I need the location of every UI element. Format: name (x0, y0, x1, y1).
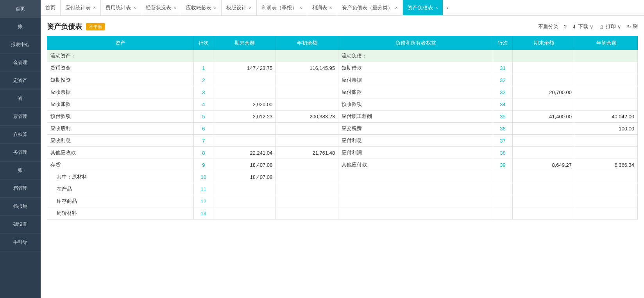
right-period-end (513, 195, 575, 207)
left-row-num: 7 (194, 135, 213, 147)
table-row[interactable]: 应收票据 3 应付账款 33 20,700.00 (47, 86, 638, 98)
left-row-num: 1 (194, 62, 213, 74)
tab-biz-stat[interactable]: 经营状况表 × (141, 0, 181, 16)
table-row[interactable]: 短期投资 2 应付票据 32 (47, 74, 638, 86)
sidebar-item-archive[interactable]: 档管理 (0, 180, 41, 198)
close-tab-expense-stat[interactable]: × (133, 5, 136, 11)
tab-profit[interactable]: 利润表 × (307, 0, 337, 16)
tab-profit-q[interactable]: 利润表（季报） × (257, 0, 307, 16)
col-header-asset: 资产 (47, 36, 194, 50)
right-label: 短期借款 (338, 62, 493, 74)
right-period-end (513, 135, 575, 147)
close-tab-template[interactable]: × (249, 5, 252, 11)
table-row[interactable]: 应收账款 4 2,920.00 预收款项 34 (47, 98, 638, 111)
close-tab-biz-stat[interactable]: × (174, 5, 176, 11)
download-button[interactable]: ⬇ 下载 ∨ (572, 23, 594, 30)
left-row-num: 11 (194, 183, 213, 195)
right-label (338, 207, 493, 219)
sidebar-item-fixed-assets[interactable]: 定资产 (0, 72, 41, 90)
right-label: 应交税费 (338, 123, 493, 135)
table-row[interactable]: 应收股利 6 应交税费 36 100.00 (47, 123, 638, 135)
close-tab-profit[interactable]: × (329, 5, 332, 11)
right-year-start (575, 74, 638, 86)
left-label: 应收票据 (47, 86, 194, 98)
right-row-num: 36 (493, 123, 513, 135)
sidebar-item-account[interactable]: 账 (0, 18, 41, 36)
sidebar-item-ledger[interactable]: 账 (0, 162, 41, 180)
right-period-end (513, 62, 575, 74)
tab-bs[interactable]: 资产负债表 × (403, 0, 443, 16)
left-year-start (276, 135, 338, 147)
table-row[interactable]: 周转材料 13 (47, 207, 638, 219)
close-tab-ar-aging[interactable]: × (214, 5, 216, 11)
refresh-button[interactable]: ↻ 刷 (627, 23, 638, 30)
sidebar-item-basic-settings[interactable]: 础设置 (0, 216, 41, 234)
left-label: 在产品 (47, 183, 194, 195)
left-label: 预付款项 (47, 111, 194, 123)
tab-ar-aging[interactable]: 应收账龄表 × (181, 0, 222, 16)
sidebar-item-investment[interactable]: 资 (0, 90, 41, 108)
right-row-num (493, 195, 513, 207)
tab-expense-stat[interactable]: 费用统计表 × (101, 0, 141, 16)
tab-home[interactable]: 首页 (41, 0, 61, 16)
right-label: 应付账款 (338, 86, 493, 98)
tab-bar: 首页 应付统计表 × 费用统计表 × 经营状况表 × 应收账龄表 × 模版设计 … (41, 0, 644, 16)
left-row-num: 9 (194, 159, 213, 171)
close-tab-ap-stat[interactable]: × (93, 5, 96, 11)
table-row[interactable]: 其他应收款 8 22,241.04 21,761.48 应付利润 38 (47, 147, 638, 159)
close-tab-bs[interactable]: × (435, 5, 438, 11)
left-period-end (213, 74, 276, 86)
header-actions: 不重分类 ? ⬇ 下载 ∨ 🖨 打印 ∨ ↻ 刷 (538, 23, 638, 30)
left-year-start (276, 159, 338, 171)
download-icon: ⬇ (572, 24, 576, 30)
table-row[interactable]: 在产品 11 (47, 183, 638, 195)
right-period-end: 41,400.00 (513, 111, 575, 123)
table-row[interactable]: 预付款项 5 2,012.23 200,383.23 应付职工薪酬 35 41,… (47, 111, 638, 123)
left-period-end (213, 86, 276, 98)
table-row[interactable]: 货币资金 1 147,423.75 116,145.95 短期借款 31 (47, 62, 638, 74)
right-row-num: 37 (493, 135, 513, 147)
table-row[interactable]: 存货 9 18,407.08 其他应付款 39 8,649.27 6,366.3… (47, 159, 638, 171)
left-year-start (276, 195, 338, 207)
right-year-start: 6,366.34 (575, 159, 638, 171)
right-period-end: 20,700.00 (513, 86, 575, 98)
col-header-period-end: 期末余额 (213, 36, 276, 50)
table-row[interactable]: 应收利息 7 应付利息 37 (47, 135, 638, 147)
tab-bs-reclass[interactable]: 资产负债表（重分类） × (337, 0, 403, 16)
close-tab-bs-reclass[interactable]: × (395, 5, 398, 11)
right-label (338, 195, 493, 207)
col-header-row-num: 行次 (194, 36, 213, 50)
left-row-num: 2 (194, 74, 213, 86)
table-row[interactable]: 库存商品 12 (47, 195, 638, 207)
table-row[interactable]: 其中：原材料 10 18,407.08 (47, 171, 638, 183)
sidebar-item-ticket-mgmt[interactable]: 票管理 (0, 108, 41, 126)
sidebar-item-fund-mgmt[interactable]: 金管理 (0, 54, 41, 72)
tab-ap-stat[interactable]: 应付统计表 × (61, 0, 101, 16)
left-label: 应收账款 (47, 98, 194, 111)
sidebar-item-guide[interactable]: 手引导 (0, 234, 41, 252)
right-year-start (575, 207, 638, 219)
right-period-end (513, 147, 575, 159)
help-button[interactable]: ? (564, 24, 567, 30)
left-year-start (276, 74, 338, 86)
left-period-end (213, 123, 276, 135)
col-header-row-num2: 行次 (493, 36, 513, 50)
print-icon: 🖨 (599, 24, 604, 30)
right-row-num: 38 (493, 147, 513, 159)
sidebar-item-expense[interactable]: 畅报销 (0, 198, 41, 216)
right-year-start (575, 62, 638, 74)
sidebar-item-inventory[interactable]: 存核算 (0, 126, 41, 144)
left-row-num: 10 (194, 171, 213, 183)
left-label: 短期投资 (47, 74, 194, 86)
sidebar-item-report-center[interactable]: 报表中心 (0, 36, 41, 54)
sidebar-item-home[interactable]: 首页 (0, 0, 41, 18)
tab-scroll-right[interactable]: › (443, 5, 451, 11)
col-header-period-end2: 期末余额 (513, 36, 575, 50)
status-badge: 不平衡 (86, 23, 105, 30)
close-tab-profit-q[interactable]: × (299, 5, 302, 11)
tab-template[interactable]: 模版设计 × (222, 0, 257, 16)
left-year-start (276, 86, 338, 98)
sidebar-item-business-mgmt[interactable]: 务管理 (0, 144, 41, 162)
print-button[interactable]: 🖨 打印 ∨ (599, 23, 621, 30)
right-label: 其他应付款 (338, 159, 493, 171)
